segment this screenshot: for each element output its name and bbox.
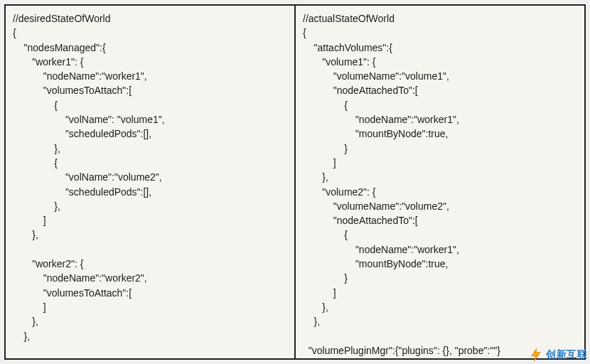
left-pane: //desiredStateOfWorld { "nodesManaged":{… [6,6,296,358]
desired-state-code: //desiredStateOfWorld { "nodesManaged":{… [13,11,287,358]
actual-state-code: //actualStateOfWorld { "attachVolumes":{… [303,11,577,358]
two-pane-container: //desiredStateOfWorld { "nodesManaged":{… [4,4,586,360]
right-pane: //actualStateOfWorld { "attachVolumes":{… [296,6,584,358]
